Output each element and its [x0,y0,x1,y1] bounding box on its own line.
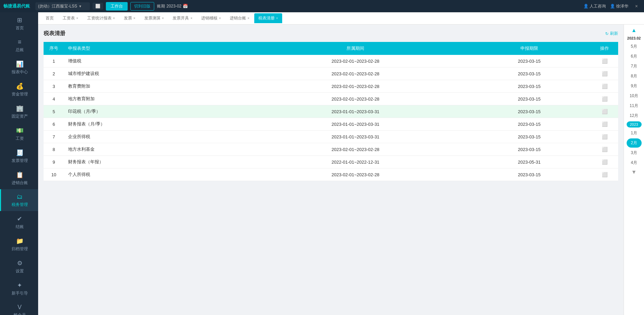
tab-invoice-calc[interactable]: 发票测算 × [140,13,168,23]
cell-type: 地方水利基金 [64,143,243,156]
month-jul[interactable]: 7月 [627,62,642,71]
table-row: 10 个人所得税 2023-02-01~2023-02-28 2023-03-1… [44,168,618,181]
sidebar-item-vip[interactable]: V 畅会员 [0,300,38,315]
sidebar-item-fund-mgmt[interactable]: 💰 资金管理 [0,78,38,101]
period-value[interactable]: 2023-02 [166,4,181,9]
topbar-close-button[interactable]: × [632,2,641,10]
sidebar-item-archive-mgmt[interactable]: 📁 归档管理 [0,233,38,255]
month-apr[interactable]: 4月 [627,158,642,167]
tab-invoice-open[interactable]: 发票开具 × [168,13,196,23]
company-selector[interactable]: (勿动）江西服宝-LSS ▼ [35,2,90,10]
action-icon[interactable]: ⬜ [602,109,608,114]
tab-payroll-stats[interactable]: 工资统计报表 × [83,13,119,23]
cell-period: 2023-01-01~2023-03-31 [243,131,468,143]
cell-seq: 9 [44,156,64,168]
col-type: 申报表类型 [64,42,243,55]
cell-type: 城市维护建设税 [64,68,243,80]
month-jun[interactable]: 6月 [627,52,642,61]
page-title: 税表清册 [44,30,65,37]
action-icon[interactable]: ⬜ [602,84,608,89]
content-area: 首页 工资表 × 工资统计报表 × 发票 × 发票测算 × 发票开具 × [38,12,644,315]
sidebar: ⊞ 首页 ≡ 总账 📊 报表中心 💰 资金管理 🏢 固定资产 💵 工资 🧾 发票… [0,12,38,315]
action-icon[interactable]: ⬜ [602,96,608,102]
app-logo: 畅捷通易代账 [3,3,30,9]
refresh-icon: ↻ [605,31,609,36]
sidebar-item-home[interactable]: ⊞ 首页 [0,12,38,34]
month-aug[interactable]: 8月 [627,72,642,81]
cell-type: 地方教育附加 [64,93,243,105]
sidebar-item-new-guide[interactable]: ✦ 新手引导 [0,278,38,300]
sidebar-item-purchase-sales[interactable]: 📋 进销台账 [0,167,38,189]
month-jan[interactable]: 1月 [627,129,642,138]
sidebar-label-purchase: 进销台账 [12,180,28,186]
action-icon[interactable]: ⬜ [602,58,608,64]
cell-deadline: 2023-03-15 [468,131,591,143]
cell-seq: 4 [44,93,64,105]
sidebar-label-ledger: 总账 [16,47,24,53]
table-row: 4 地方教育附加 2023-02-01~2023-02-28 2023-03-1… [44,93,618,105]
tab-purchase-ledger-close[interactable]: × [247,16,249,20]
tab-payroll-stats-close[interactable]: × [113,16,115,20]
cell-period: 2023-01-01~2023-03-31 [243,118,468,131]
sidebar-item-general-ledger[interactable]: ≡ 总账 [0,34,38,56]
action-icon[interactable]: ⬜ [602,134,608,139]
sidebar-item-report-center[interactable]: 📊 报表中心 [0,56,38,78]
cell-deadline: 2023-03-15 [468,118,591,131]
refresh-button[interactable]: ↻ 刷新 [605,31,618,36]
user-name-label: 徐泽华 [616,3,628,9]
calendar-icon[interactable]: 📅 [183,4,188,9]
month-nov[interactable]: 11月 [627,101,642,110]
ai-consult-label: 人工咨询 [590,3,606,9]
action-icon[interactable]: ⬜ [602,121,608,127]
sidebar-label-invoice: 发票管理 [12,158,28,164]
panel-header: 2023.02 [627,35,642,42]
tab-purchase-ledger[interactable]: 进销台账 × [226,13,254,23]
tab-home[interactable]: 首页 [42,13,58,23]
month-dec[interactable]: 12月 [627,111,642,120]
tab-payroll-table[interactable]: 工资表 × [59,13,82,23]
sidebar-label-home: 首页 [16,25,24,31]
tab-invoice-calc-close[interactable]: × [162,16,164,20]
cell-seq: 8 [44,143,64,156]
month-may[interactable]: 5月 [627,42,642,51]
ai-consult-btn[interactable]: 👤 人工咨询 [583,3,606,9]
cell-seq: 10 [44,168,64,181]
panel-scroll-down[interactable]: ▼ [630,168,638,177]
tab-purchase-check-close[interactable]: × [219,16,221,20]
tab-tax-register[interactable]: 税表清册 × [254,13,282,23]
sidebar-item-settings[interactable]: ⚙ 设置 [0,255,38,278]
action-icon[interactable]: ⬜ [602,159,608,165]
action-icon[interactable]: ⬜ [602,71,608,76]
switch-old-button[interactable]: 切到旧版 [130,2,154,11]
tab-payroll-table-close[interactable]: × [76,16,78,20]
tab-invoice-label: 发票 [124,15,132,21]
workspace-button[interactable]: 工作台 [106,2,128,11]
closing-icon: ✔ [17,215,22,223]
tab-tax-register-close[interactable]: × [276,16,278,20]
cell-type: 个人所得税 [64,168,243,181]
action-icon[interactable]: ⬜ [602,147,608,152]
tab-purchase-check[interactable]: 进销稽核 × [197,13,225,23]
month-oct[interactable]: 10月 [627,91,642,101]
col-deadline: 申报期限 [468,42,591,55]
tab-invoice[interactable]: 发票 × [120,13,140,23]
table-row: 6 财务报表（月/季） 2023-01-01~2023-03-31 2023-0… [44,118,618,131]
home-icon: ⊞ [17,16,22,24]
panel-scroll-up[interactable]: ▲ [630,26,638,35]
sidebar-item-fixed-assets[interactable]: 🏢 固定资产 [0,101,38,123]
month-feb[interactable]: 2月 [627,138,642,148]
month-mar[interactable]: 3月 [627,148,642,158]
sidebar-item-payroll[interactable]: 💵 工资 [0,123,38,145]
sidebar-item-closing[interactable]: ✔ 结账 [0,211,38,233]
col-seq: 序号 [44,42,64,55]
action-icon[interactable]: ⬜ [602,172,608,177]
cell-action: ⬜ [591,93,618,105]
sidebar-item-invoice-mgmt[interactable]: 🧾 发票管理 [0,145,38,167]
tab-invoice-open-close[interactable]: × [190,16,192,20]
main-layout: ⊞ 首页 ≡ 总账 📊 报表中心 💰 资金管理 🏢 固定资产 💵 工资 🧾 发票… [0,12,644,315]
sidebar-item-tax-mgmt[interactable]: 🗂 税务管理 [0,189,38,211]
tab-invoice-close[interactable]: × [133,16,135,20]
user-profile-btn[interactable]: 👤 徐泽华 [610,3,628,9]
copy-icon-btn[interactable]: ⬜ [93,3,103,10]
month-sep[interactable]: 9月 [627,81,642,91]
